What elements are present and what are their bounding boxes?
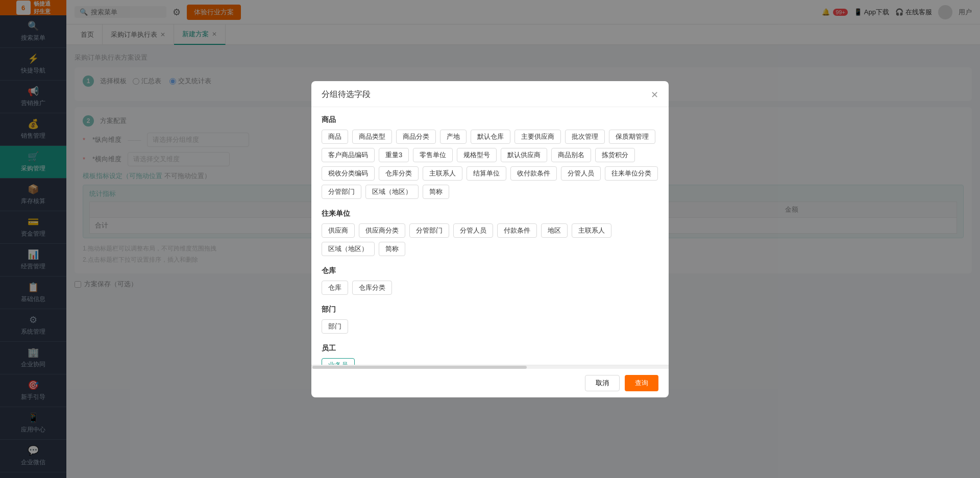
field-tag[interactable]: 保质期管理: [609, 130, 655, 144]
modal-dialog: 分组待选字段 ✕ 商品 商品 商品类型 商品分类 产地 默认仓库 主要供应商 批…: [311, 81, 669, 397]
field-tag[interactable]: 往来单位分类: [605, 166, 658, 181]
field-tag[interactable]: 分管部门: [409, 223, 449, 238]
field-tag[interactable]: 仓库分类: [352, 281, 392, 295]
confirm-button[interactable]: 查询: [625, 375, 658, 391]
modal-close-btn[interactable]: ✕: [651, 89, 658, 100]
field-tag[interactable]: 结算单位: [467, 166, 506, 181]
field-tag[interactable]: 付款条件: [497, 223, 537, 238]
counterparts-tags: 供应商 供应商分类 分管部门 分管人员 付款条件 地区 主联系人 区域（地区） …: [322, 223, 658, 256]
field-tag[interactable]: 仓库分类: [379, 166, 419, 181]
field-group-warehouse: 仓库 仓库 仓库分类: [322, 266, 658, 295]
field-tag[interactable]: 分管部门: [322, 185, 361, 199]
field-group-employee: 员工 业务员: [322, 344, 658, 365]
department-title: 部门: [322, 305, 658, 314]
goods-tags: 商品 商品类型 商品分类 产地 默认仓库 主要供应商 批次管理 保质期管理 客户…: [322, 130, 658, 199]
goods-title: 商品: [322, 115, 658, 124]
field-tag[interactable]: 供应商: [322, 223, 355, 238]
field-tag[interactable]: 主要供应商: [514, 130, 561, 144]
modal-title: 分组待选字段: [322, 89, 371, 100]
field-tag[interactable]: 零售单位: [413, 148, 453, 162]
modal-body[interactable]: 商品 商品 商品类型 商品分类 产地 默认仓库 主要供应商 批次管理 保质期管理…: [311, 107, 669, 365]
field-tag[interactable]: 商品类型: [352, 130, 392, 144]
field-tag[interactable]: 区域（地区）: [365, 185, 419, 199]
field-group-goods: 商品 商品 商品类型 商品分类 产地 默认仓库 主要供应商 批次管理 保质期管理…: [322, 115, 658, 199]
field-tag[interactable]: 重量3: [379, 148, 409, 162]
field-tag[interactable]: 区域（地区）: [322, 242, 375, 256]
field-tag[interactable]: 商品别名: [551, 148, 591, 162]
field-tag[interactable]: 商品分类: [396, 130, 436, 144]
cancel-button[interactable]: 取消: [585, 375, 620, 391]
field-tag[interactable]: 收付款条件: [510, 166, 557, 181]
modal-horizontal-scrollbar[interactable]: [311, 365, 669, 368]
field-tag[interactable]: 分管人员: [453, 223, 493, 238]
modal-overlay: 分组待选字段 ✕ 商品 商品 商品类型 商品分类 产地 默认仓库 主要供应商 批…: [0, 0, 980, 478]
field-tag[interactable]: 批次管理: [565, 130, 605, 144]
modal-header: 分组待选字段 ✕: [311, 81, 669, 107]
field-group-department: 部门 部门: [322, 305, 658, 334]
warehouse-title: 仓库: [322, 266, 658, 275]
employee-tags: 业务员: [322, 358, 658, 365]
department-tags: 部门: [322, 319, 658, 334]
field-tag[interactable]: 地区: [541, 223, 568, 238]
warehouse-tags: 仓库 仓库分类: [322, 281, 658, 295]
modal-footer: 取消 查询: [311, 368, 669, 397]
field-tag[interactable]: 默认供应商: [501, 148, 547, 162]
field-group-counterparts: 往来单位 供应商 供应商分类 分管部门 分管人员 付款条件 地区 主联系人 区域…: [322, 209, 658, 256]
field-tag[interactable]: 默认仓库: [471, 130, 510, 144]
field-tag[interactable]: 简称: [423, 185, 449, 199]
field-tag[interactable]: 分管人员: [561, 166, 601, 181]
field-tag[interactable]: 部门: [322, 319, 348, 334]
field-tag[interactable]: 主联系人: [423, 166, 462, 181]
employee-title: 员工: [322, 344, 658, 353]
field-tag[interactable]: 业务员: [322, 358, 355, 365]
field-tag[interactable]: 主联系人: [572, 223, 611, 238]
field-tag[interactable]: 产地: [440, 130, 467, 144]
field-tag[interactable]: 商品: [322, 130, 348, 144]
field-tag[interactable]: 拣货积分: [595, 148, 635, 162]
field-tag[interactable]: 简称: [379, 242, 405, 256]
field-tag[interactable]: 规格型号: [457, 148, 497, 162]
field-tag[interactable]: 客户商品编码: [322, 148, 375, 162]
counterparts-title: 往来单位: [322, 209, 658, 218]
field-tag[interactable]: 仓库: [322, 281, 348, 295]
field-tag[interactable]: 供应商分类: [359, 223, 405, 238]
field-tag[interactable]: 税收分类编码: [322, 166, 375, 181]
